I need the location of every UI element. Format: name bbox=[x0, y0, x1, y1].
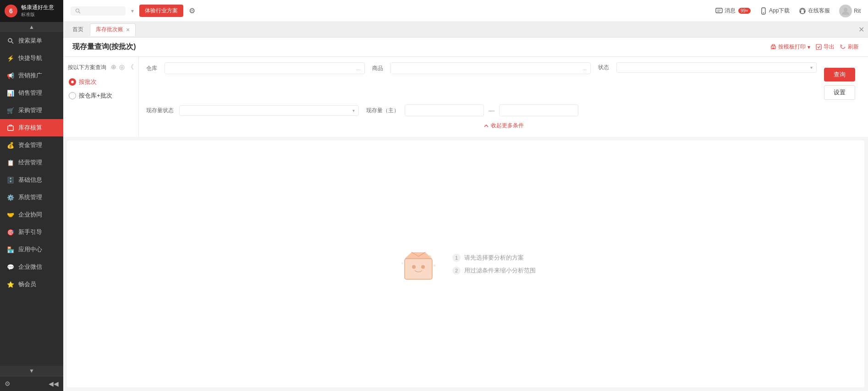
manage-scheme-icon[interactable]: ◎ bbox=[119, 63, 125, 71]
empty-tip-2: 2 用过滤条件来缩小分析范围 bbox=[452, 266, 536, 275]
sidebar-item-appstore[interactable]: 🏪 应用中心 bbox=[0, 241, 63, 258]
sidebar-label-system: 系统管理 bbox=[18, 193, 42, 201]
sidebar-item-sales[interactable]: 📊 销售管理 bbox=[0, 84, 63, 102]
sidebar-label-search: 搜索菜单 bbox=[18, 37, 42, 45]
sidebar-item-purchase[interactable]: 🛒 采购管理 bbox=[0, 102, 63, 119]
svg-rect-14 bbox=[772, 48, 775, 49]
online-service-btn[interactable]: 在线客服 bbox=[799, 7, 830, 15]
filter-option-warehouse-batch[interactable]: 按仓库+批次 bbox=[63, 89, 138, 103]
app-download-btn[interactable]: App下载 bbox=[760, 7, 790, 15]
topbar-dropdown-arrow[interactable]: ▾ bbox=[131, 8, 134, 14]
topbar: ▾ 体验行业方案 ⚙ 消息 99+ App下载 在线客服 Rit bbox=[63, 0, 868, 22]
collapse-filter-icon[interactable]: 《 bbox=[127, 63, 134, 71]
stock-status-field: 现存量状态 ▾ bbox=[146, 105, 359, 116]
stock-qty-max-input[interactable] bbox=[499, 104, 578, 116]
collapse-icon bbox=[483, 123, 489, 129]
status-label: 状态 bbox=[598, 64, 611, 71]
sidebar-item-system[interactable]: ⚙️ 系统管理 bbox=[0, 189, 63, 206]
product-field: 商品 ... bbox=[372, 62, 591, 74]
messages-btn[interactable]: 消息 99+ bbox=[715, 7, 751, 15]
stock-qty-min-input[interactable] bbox=[405, 104, 484, 116]
sidebar-item-quicknav[interactable]: ⚡ 快捷导航 bbox=[0, 49, 63, 67]
gear-icon[interactable]: ⚙ bbox=[189, 6, 195, 15]
experience-btn[interactable]: 体验行业方案 bbox=[139, 5, 183, 17]
sidebar-scroll-down[interactable]: ▼ bbox=[0, 366, 63, 376]
sidebar-item-inventory[interactable]: 库存核算 bbox=[0, 119, 63, 136]
svg-point-23 bbox=[434, 265, 436, 267]
status-field: 状态 ▾ bbox=[598, 62, 817, 73]
svg-rect-17 bbox=[405, 259, 432, 279]
collapse-more-row: 收起更多条件 bbox=[146, 120, 861, 131]
settings-btn[interactable]: 设置 bbox=[824, 85, 855, 100]
warehouse-more-btn[interactable]: ... bbox=[353, 65, 364, 71]
finance-icon: 💰 bbox=[6, 141, 15, 149]
topbar-left: ▾ 体验行业方案 ⚙ bbox=[71, 5, 195, 17]
sidebar-item-enterprise[interactable]: 🤝 企业协同 bbox=[0, 206, 63, 223]
add-scheme-icon[interactable]: ⊕ bbox=[111, 63, 116, 71]
collapse-icon[interactable]: ◀◀ bbox=[49, 380, 59, 387]
stock-status-label: 现存量状态 bbox=[146, 107, 174, 114]
export-icon bbox=[816, 44, 822, 50]
sidebar-label-business: 经营管理 bbox=[18, 158, 42, 167]
sidebar-scroll-up[interactable]: ▲ bbox=[0, 22, 63, 32]
warehouse-field: 仓库 ... bbox=[146, 62, 365, 74]
sidebar-item-newbie[interactable]: 🎯 新手引导 bbox=[0, 223, 63, 241]
warehouse-input[interactable] bbox=[165, 63, 353, 74]
tab-inventory-batch[interactable]: 库存批次账 × bbox=[90, 23, 136, 36]
warehouse-input-wrap[interactable]: ... bbox=[165, 62, 365, 74]
svg-rect-9 bbox=[800, 11, 801, 12]
tip-1-num: 1 bbox=[452, 254, 461, 262]
sidebar-item-marketing[interactable]: 📢 营销推广 bbox=[0, 67, 63, 84]
tabs-bar: 首页 库存批次账 × ✕ bbox=[63, 22, 868, 38]
refresh-btn[interactable]: 刷新 bbox=[840, 43, 859, 51]
search-icon bbox=[6, 37, 15, 45]
status-select[interactable]: ▾ bbox=[616, 62, 817, 73]
settings-icon[interactable]: ⚙ bbox=[5, 380, 11, 387]
sidebar-item-search[interactable]: 搜索菜单 bbox=[0, 32, 63, 49]
svg-line-1 bbox=[12, 42, 14, 44]
empty-tip-1: 1 请先选择要分析的方案 bbox=[452, 254, 536, 262]
member-icon: ⭐ bbox=[6, 280, 15, 288]
sidebar-label-marketing: 营销推广 bbox=[18, 71, 42, 80]
product-input[interactable] bbox=[391, 63, 579, 74]
export-btn[interactable]: 导出 bbox=[816, 43, 835, 51]
tab-home[interactable]: 首页 bbox=[67, 23, 89, 36]
stock-qty-dash: — bbox=[487, 107, 496, 114]
appstore-icon: 🏪 bbox=[6, 245, 15, 254]
product-more-btn[interactable]: ... bbox=[579, 65, 590, 71]
page-header: 现存量查询(按批次) 按模板打印 ▾ 导出 刷新 bbox=[63, 38, 868, 57]
sidebar-item-wechat[interactable]: 💬 企业微信 bbox=[0, 258, 63, 276]
filter-panel: 按以下方案查询 ⊕ ◎ 《 按批次 按仓库+批次 bbox=[63, 57, 868, 137]
svg-point-0 bbox=[8, 38, 12, 42]
tabs-close-all-btn[interactable]: ✕ bbox=[858, 25, 864, 34]
user-avatar bbox=[839, 5, 852, 17]
product-input-wrap[interactable]: ... bbox=[390, 62, 591, 74]
sidebar-item-member[interactable]: ⭐ 畅会员 bbox=[0, 276, 63, 293]
svg-point-20 bbox=[421, 265, 425, 269]
empty-state: 1 请先选择要分析的方案 2 用过滤条件来缩小分析范围 bbox=[67, 141, 864, 387]
messages-badge: 99+ bbox=[738, 8, 751, 14]
collapse-more-btn[interactable]: 收起更多条件 bbox=[483, 122, 524, 130]
sidebar-footer: ⚙ ◀◀ bbox=[0, 376, 63, 391]
menu-search-box[interactable] bbox=[71, 6, 126, 16]
user-avatar-area[interactable]: Rit bbox=[839, 5, 861, 17]
tip-1-text: 请先选择要分析的方案 bbox=[464, 254, 524, 262]
tab-close-btn[interactable]: × bbox=[126, 27, 130, 33]
sidebar-item-business[interactable]: 📋 经营管理 bbox=[0, 154, 63, 171]
print-btn[interactable]: 按模板打印 ▾ bbox=[770, 43, 810, 51]
action-buttons: 查询 设置 bbox=[824, 62, 861, 100]
sidebar-item-base[interactable]: 🗄️ 基础信息 bbox=[0, 171, 63, 189]
query-btn[interactable]: 查询 bbox=[824, 68, 855, 81]
filter-option-batch[interactable]: 按批次 bbox=[63, 75, 138, 89]
sidebar-item-finance[interactable]: 💰 资金管理 bbox=[0, 136, 63, 154]
product-label: 商品 bbox=[372, 65, 385, 72]
sidebar: 6 畅康通好生意 标准版 ▲ 搜索菜单 ⚡ 快捷导航 📢 营销推广 📊 销售管理 bbox=[0, 0, 63, 391]
base-icon: 🗄️ bbox=[6, 176, 15, 184]
svg-rect-5 bbox=[716, 8, 722, 13]
sidebar-label-purchase: 采购管理 bbox=[18, 106, 42, 114]
sidebar-label-base: 基础信息 bbox=[18, 176, 42, 184]
stock-status-select[interactable]: ▾ bbox=[179, 105, 359, 116]
sidebar-label-finance: 资金管理 bbox=[18, 141, 42, 149]
app-logo: 6 bbox=[5, 5, 17, 17]
app-title: 畅康通好生意 bbox=[21, 4, 54, 11]
